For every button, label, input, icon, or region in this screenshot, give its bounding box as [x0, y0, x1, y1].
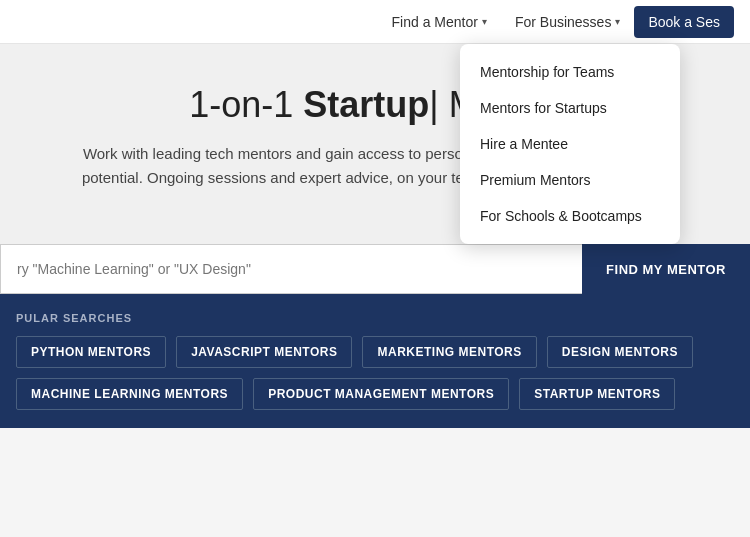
- navbar: Find a Mentor ▾ For Businesses ▾ Book a …: [0, 0, 750, 44]
- for-businesses-chevron-icon: ▾: [615, 16, 620, 27]
- popular-tag-item[interactable]: MARKETING MENTORS: [362, 336, 536, 368]
- popular-tags-container: PYTHON MENTORSJAVASCRIPT MENTORSMARKETIN…: [16, 336, 734, 410]
- dropdown-item-hire-mentee[interactable]: Hire a Mentee: [460, 126, 680, 162]
- find-mentor-button[interactable]: FIND MY MENTOR: [582, 244, 750, 294]
- find-mentor-label: Find a Mentor: [392, 14, 478, 30]
- find-mentor-chevron-icon: ▾: [482, 16, 487, 27]
- dropdown-item-mentorship-teams[interactable]: Mentorship for Teams: [460, 54, 680, 90]
- search-input[interactable]: [0, 244, 582, 294]
- popular-tag-item[interactable]: PYTHON MENTORS: [16, 336, 166, 368]
- for-businesses-dropdown: Mentorship for Teams Mentors for Startup…: [460, 44, 680, 244]
- search-bar: FIND MY MENTOR: [0, 244, 750, 294]
- dropdown-item-mentors-startups[interactable]: Mentors for Startups: [460, 90, 680, 126]
- for-businesses-label: For Businesses: [515, 14, 611, 30]
- book-session-button[interactable]: Book a Ses: [634, 6, 734, 38]
- popular-tag-item[interactable]: MACHINE LEARNING MENTORS: [16, 378, 243, 410]
- popular-searches-label: PULAR SEARCHES: [16, 312, 734, 324]
- popular-tag-item[interactable]: JAVASCRIPT MENTORS: [176, 336, 352, 368]
- for-businesses-nav[interactable]: For Businesses ▾: [501, 0, 634, 43]
- popular-tag-item[interactable]: DESIGN MENTORS: [547, 336, 693, 368]
- popular-tag-item[interactable]: PRODUCT MANAGEMENT MENTORS: [253, 378, 509, 410]
- dropdown-item-premium-mentors[interactable]: Premium Mentors: [460, 162, 680, 198]
- dropdown-item-schools-bootcamps[interactable]: For Schools & Bootcamps: [460, 198, 680, 234]
- popular-tag-item[interactable]: STARTUP MENTORS: [519, 378, 675, 410]
- popular-searches-section: PULAR SEARCHES PYTHON MENTORSJAVASCRIPT …: [0, 294, 750, 428]
- find-mentor-nav[interactable]: Find a Mentor ▾: [378, 0, 501, 43]
